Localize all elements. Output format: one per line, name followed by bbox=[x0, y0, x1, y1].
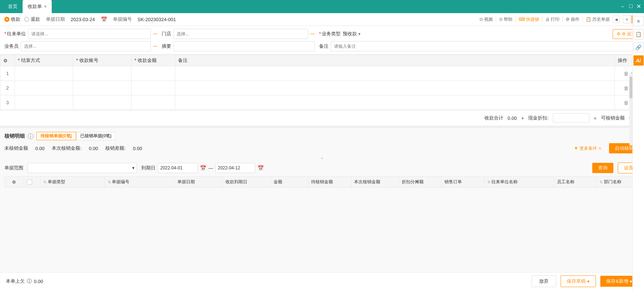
writeoff-section: 核销明细 i 待核销单据(0笔) 已核销单据(0笔) 未核销金额 0.00 本次… bbox=[0, 126, 644, 272]
bottom-info: 本单上欠 ⓘ 0.00 bbox=[6, 278, 43, 285]
minimize-btn[interactable]: － bbox=[620, 3, 625, 11]
prev-arrow[interactable]: ◀ bbox=[613, 16, 620, 23]
discount-input[interactable] bbox=[553, 113, 589, 123]
cal-from-icon[interactable]: 📅 bbox=[200, 165, 206, 171]
range-select[interactable]: ▾ bbox=[28, 163, 137, 173]
uncleaned-value: 0.00 bbox=[35, 146, 44, 151]
table-section: ⚙ * 结算方式 * 收款账号 * 收款金额 备注 操作 bbox=[0, 55, 644, 126]
sidebar-icon-1[interactable]: ≡ bbox=[633, 16, 644, 26]
account-cell-1[interactable] bbox=[73, 66, 131, 81]
query-btn[interactable]: 查询 bbox=[592, 163, 613, 173]
wth-settings[interactable]: ⚙ bbox=[5, 177, 24, 188]
amount-cell-3[interactable] bbox=[131, 95, 175, 110]
writeoff-stats: 未核销金额 0.00 本次核销金额: 0.00 核销差额: 0.00 ▼ 更多条… bbox=[4, 143, 640, 153]
calendar-icon[interactable]: 📅 bbox=[101, 16, 107, 22]
save-new-arrow[interactable]: ▾ bbox=[630, 279, 632, 284]
biz-type-select[interactable]: 预收款 ▾ bbox=[343, 31, 361, 37]
th-account: * 收款账号 bbox=[73, 55, 131, 66]
pending-tab[interactable]: 待核销单据(0笔) bbox=[36, 132, 76, 140]
tab-receipt[interactable]: 收款单 × bbox=[23, 0, 52, 13]
sidebar-icon-2[interactable]: 📋 bbox=[633, 29, 644, 39]
settlement-cell-3[interactable] bbox=[15, 95, 73, 110]
date-to-input[interactable] bbox=[215, 163, 255, 173]
wth-checkbox[interactable] bbox=[24, 177, 40, 188]
remark-cell-2[interactable] bbox=[175, 81, 615, 95]
operation-btn[interactable]: ⚙ 操作 bbox=[566, 16, 580, 23]
main-content: 收款 退款 单据日期 2023-03-24 📅 单据编号 SK-20230324… bbox=[0, 13, 644, 290]
history-btn[interactable]: 📋 历史单据 bbox=[586, 16, 610, 23]
summary-input[interactable] bbox=[173, 41, 315, 51]
discount-label: 现金折扣: bbox=[528, 115, 549, 121]
summary-row: 收款合计 0.00 + 现金折扣: = 可核销金额 0.00 bbox=[0, 110, 644, 126]
maximize-btn[interactable]: □ bbox=[629, 3, 633, 11]
remark-cell-1[interactable] bbox=[175, 66, 615, 81]
table-row: 2 🗑 ⊞ bbox=[0, 81, 644, 95]
discard-btn[interactable]: 放弃 bbox=[531, 275, 556, 287]
tab-close-icon[interactable]: × bbox=[44, 4, 47, 9]
wth-discount: 折扣分摊额 bbox=[398, 177, 441, 188]
sidebar-icon-3[interactable]: 🔗 bbox=[633, 42, 644, 52]
doc-date-value: 2023-03-24 bbox=[71, 17, 95, 22]
writeoff-info-icon[interactable]: i bbox=[28, 133, 34, 139]
salesperson-input[interactable] bbox=[21, 41, 151, 51]
doc-no-value: SK-20230324-001 bbox=[138, 17, 176, 22]
shortcut-btn[interactable]: ⌨ 快捷键 bbox=[519, 16, 539, 23]
writeoff-title: 核销明细 bbox=[4, 133, 25, 140]
uncleaned-label: 未核销金额 bbox=[4, 145, 28, 152]
store-input[interactable] bbox=[173, 29, 308, 39]
date-filter: 到期日 📅 — 📅 bbox=[141, 163, 264, 173]
salesperson-more-btn[interactable]: ··· bbox=[153, 43, 157, 49]
save-draft-btn[interactable]: 保存草稿 ▾ bbox=[561, 275, 596, 287]
scrollbar-thumb[interactable] bbox=[629, 77, 632, 98]
account-cell-2[interactable] bbox=[73, 81, 131, 95]
equals-label: = bbox=[594, 115, 597, 121]
help-btn[interactable]: ⊙ 帮助 bbox=[499, 16, 513, 23]
th-settings[interactable]: ⚙ bbox=[0, 55, 15, 66]
wth-sales-order: 销售订单 bbox=[441, 177, 484, 188]
delete-icon-3[interactable]: 🗑 bbox=[624, 100, 629, 106]
list-view-icon[interactable]: ≡ bbox=[623, 15, 631, 23]
store-more-btn[interactable]: ··· bbox=[310, 31, 315, 37]
amount-cell-1[interactable] bbox=[131, 66, 175, 81]
receipt-radio[interactable]: 收款 bbox=[4, 16, 20, 23]
tab-home-label: 首页 bbox=[8, 3, 17, 10]
print-btn[interactable]: 🖨 打印 bbox=[545, 16, 559, 23]
delete-icon-2[interactable]: 🗑 bbox=[624, 85, 629, 91]
nav-arrows: ◀ bbox=[613, 16, 620, 23]
current-value: 0.00 bbox=[89, 146, 98, 151]
refund-radio[interactable]: 退款 bbox=[24, 16, 40, 23]
close-btn[interactable]: ✕ bbox=[636, 3, 641, 11]
row-num-3: 3 bbox=[0, 95, 15, 110]
counterpart-more-btn[interactable]: ··· bbox=[153, 31, 157, 37]
counterpart-input[interactable] bbox=[28, 29, 151, 39]
bottom-bar: 本单上欠 ⓘ 0.00 放弃 保存草稿 ▾ 保存&新增 ▾ bbox=[0, 272, 644, 290]
done-tab[interactable]: 已核销单据(0笔) bbox=[76, 132, 116, 140]
th-remark: 备注 bbox=[175, 55, 615, 66]
wth-employee: 员工名称 bbox=[554, 177, 597, 188]
delete-icon-1[interactable]: 🗑 bbox=[624, 71, 629, 77]
settlement-cell-1[interactable] bbox=[15, 66, 73, 81]
settlement-cell-2[interactable] bbox=[15, 81, 73, 95]
right-sidebar: ≡ 📋 🔗 Ai bbox=[632, 13, 644, 290]
remark-cell-3[interactable] bbox=[175, 95, 615, 110]
account-cell-3[interactable] bbox=[73, 95, 131, 110]
cal-to-icon[interactable]: 📅 bbox=[258, 165, 264, 171]
diff-value: 0.00 bbox=[133, 146, 142, 151]
save-draft-arrow[interactable]: ▾ bbox=[587, 279, 590, 284]
writeoff-title-row: 核销明细 i 待核销单据(0笔) 已核销单据(0笔) bbox=[4, 132, 640, 140]
prev-icon[interactable]: ⓘ bbox=[27, 278, 32, 285]
sidebar-icon-4[interactable]: Ai bbox=[633, 55, 644, 66]
remark-input[interactable] bbox=[331, 41, 640, 51]
row-num-1: 1 bbox=[0, 66, 15, 81]
header-checkbox[interactable] bbox=[27, 180, 32, 185]
date-from-input[interactable] bbox=[158, 163, 198, 173]
more-conditions-btn[interactable]: ▼ 更多条件 ∧ bbox=[574, 145, 602, 152]
amount-cell-2[interactable] bbox=[131, 81, 175, 95]
current-label: 本次核销金额: bbox=[52, 145, 82, 152]
tab-home[interactable]: 首页 bbox=[3, 0, 23, 13]
salesperson-label: 业务员 bbox=[4, 43, 19, 50]
scrollbar[interactable] bbox=[629, 73, 632, 146]
video-btn[interactable]: ⊙ 视频 bbox=[479, 16, 493, 23]
th-amount: * 收款金额 bbox=[131, 55, 175, 66]
prev-label: 本单上欠 bbox=[6, 278, 25, 285]
